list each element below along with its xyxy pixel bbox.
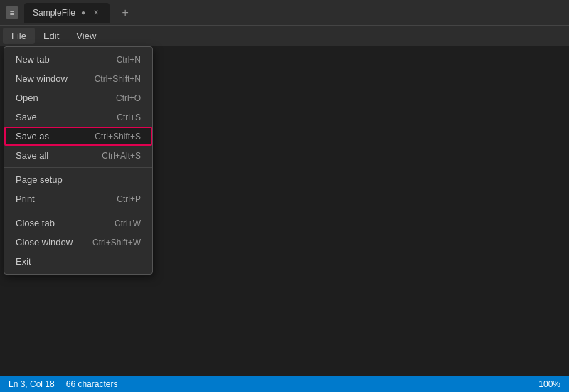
dropdown-item-save[interactable]: SaveCtrl+S	[4, 107, 152, 127]
file-dropdown-menu: New tabCtrl+NNew windowCtrl+Shift+NOpenC…	[4, 46, 153, 275]
dropdown-item-shortcut: Ctrl+N	[117, 55, 141, 65]
dropdown-item-page-setup[interactable]: Page setup	[4, 170, 152, 189]
dropdown-item-close-tab[interactable]: Close tabCtrl+W	[4, 213, 152, 233]
dropdown-item-shortcut: Ctrl+Shift+S	[95, 132, 141, 142]
char-count: 66 characters	[66, 379, 118, 389]
tab-modified: ●	[81, 9, 85, 16]
dropdown-item-new-tab[interactable]: New tabCtrl+N	[4, 50, 152, 69]
dropdown-item-exit[interactable]: Exit	[4, 252, 152, 271]
dropdown-item-save-as[interactable]: Save asCtrl+Shift+S	[4, 127, 152, 146]
dropdown-item-save-all[interactable]: Save allCtrl+Alt+S	[4, 146, 152, 165]
dropdown-item-shortcut: Ctrl+P	[117, 194, 141, 204]
menu-bar: File Edit View	[0, 25, 569, 46]
dropdown-item-label: New window	[16, 73, 68, 84]
dropdown-item-label: Open	[16, 92, 38, 103]
dropdown-item-new-window[interactable]: New windowCtrl+Shift+N	[4, 69, 152, 88]
dropdown-item-shortcut: Ctrl+Alt+S	[102, 151, 141, 161]
menu-file[interactable]: File	[3, 28, 35, 44]
dropdown-item-open[interactable]: OpenCtrl+O	[4, 88, 152, 107]
new-tab-button[interactable]: +	[115, 3, 135, 23]
menu-edit[interactable]: Edit	[35, 28, 68, 44]
dropdown-item-shortcut: Ctrl+O	[116, 93, 141, 103]
active-tab[interactable]: SampleFile ● ✕	[24, 3, 110, 23]
tab-close-button[interactable]: ✕	[91, 8, 101, 18]
status-bar: Ln 3, Col 18 66 characters 100%	[0, 376, 569, 392]
dropdown-item-label: New tab	[16, 54, 50, 65]
dropdown-item-shortcut: Ctrl+Shift+W	[92, 238, 141, 248]
dropdown-item-shortcut: Ctrl+Shift+N	[95, 74, 141, 84]
dropdown-item-label: Page setup	[16, 174, 63, 185]
dropdown-item-label: Save all	[16, 150, 48, 161]
dropdown-separator	[4, 167, 152, 168]
dropdown-item-shortcut: Ctrl+S	[117, 112, 141, 122]
dropdown-item-label: Exit	[16, 256, 31, 267]
dropdown-item-label: Close window	[16, 237, 73, 248]
app-icon: ≡	[6, 6, 18, 19]
title-bar: ≡ SampleFile ● ✕ +	[0, 0, 569, 25]
dropdown-separator	[4, 211, 152, 211]
dropdown-item-label: Save	[16, 112, 37, 122]
tab-label: SampleFile	[33, 8, 75, 18]
dropdown-item-print[interactable]: PrintCtrl+P	[4, 189, 152, 208]
dropdown-item-label: Print	[16, 194, 35, 204]
menu-view[interactable]: View	[68, 28, 105, 44]
dropdown-item-shortcut: Ctrl+W	[115, 218, 141, 228]
zoom-level: 100%	[538, 379, 560, 389]
dropdown-item-label: Close tab	[16, 218, 55, 228]
cursor-position: Ln 3, Col 18	[9, 379, 55, 389]
dropdown-item-label: Save as	[16, 131, 49, 142]
dropdown-item-close-window[interactable]: Close windowCtrl+Shift+W	[4, 233, 152, 252]
